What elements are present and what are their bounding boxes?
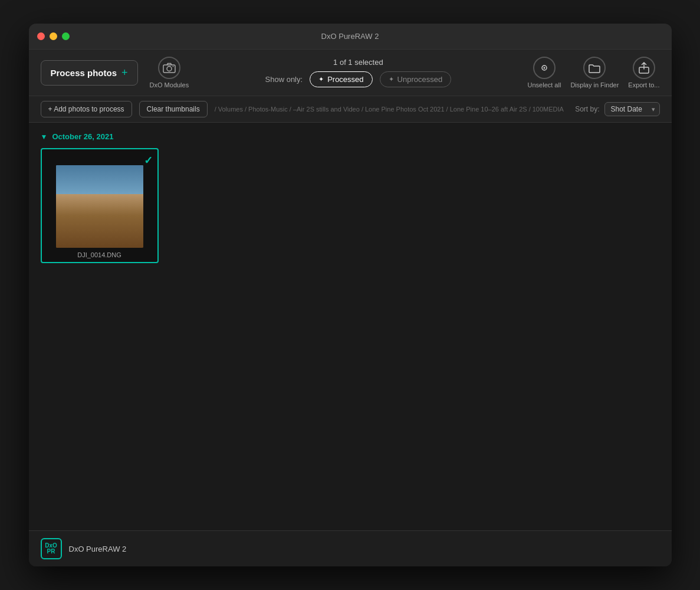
date-header[interactable]: ▼ October 26, 2021 (41, 132, 660, 141)
breadcrumb: / Volumes / Photos-Music / –Air 2S still… (215, 106, 568, 113)
processed-label: Processed (327, 75, 363, 84)
checkmark-icon: ✓ (144, 154, 153, 167)
export-icon (633, 57, 655, 79)
sort-select-wrapper[interactable]: Shot Date (604, 102, 660, 116)
photo-thumbnail (56, 165, 143, 248)
sparkle-icon: ✦ (318, 76, 324, 83)
maximize-button[interactable] (62, 32, 70, 40)
chevron-down-icon: ▼ (41, 133, 48, 141)
logo-line2: PR (47, 549, 55, 555)
sort-select[interactable]: Shot Date (604, 102, 660, 116)
sort-by-label: Sort by: (575, 105, 599, 113)
app-logo: DxO PR (41, 538, 62, 559)
statusbar: DxO PR DxO PureRAW 2 (29, 530, 672, 566)
dxo-modules-button[interactable]: DxO Modules (150, 57, 189, 88)
dxo-modules-label: DxO Modules (150, 81, 189, 88)
export-to-action[interactable]: Export to... (628, 57, 659, 88)
sort-row: Sort by: Shot Date (575, 102, 659, 116)
svg-point-2 (172, 66, 173, 67)
camera-icon (158, 57, 180, 79)
unprocessed-filter-button[interactable]: ✦ Unprocessed (380, 71, 452, 87)
unselect-all-label: Unselect all (528, 81, 561, 88)
window-title: DxO PureRAW 2 (321, 32, 379, 41)
toolbar-center: 1 of 1 selected Show only: ✦ Processed ✦… (201, 58, 515, 87)
process-photos-button[interactable]: Process photos + (41, 60, 138, 86)
content-area: ▼ October 26, 2021 ✓ DJI_0014.DNG (29, 123, 672, 530)
display-in-finder-action[interactable]: Display in Finder (570, 57, 619, 88)
close-button[interactable] (37, 32, 45, 40)
minimize-button[interactable] (50, 32, 57, 40)
secondary-toolbar: + Add photos to process Clear thumbnails… (29, 96, 672, 123)
show-only-label: Show only: (265, 75, 303, 84)
clear-thumbnails-label: Clear thumbnails (147, 105, 200, 113)
unprocessed-label: Unprocessed (397, 75, 443, 84)
sparkle-icon-2: ✦ (389, 76, 394, 83)
processed-filter-button[interactable]: ✦ Processed (310, 71, 372, 87)
date-label: October 26, 2021 (52, 132, 113, 141)
photo-card[interactable]: ✓ DJI_0014.DNG (41, 148, 159, 263)
add-photos-button[interactable]: + Add photos to process (41, 101, 132, 117)
display-finder-label: Display in Finder (570, 81, 619, 88)
clear-thumbnails-button[interactable]: Clear thumbnails (139, 101, 208, 117)
plus-icon: + (121, 67, 128, 79)
toolbar-right: Unselect all Display in Finder Expo (528, 57, 660, 88)
unselect-all-action[interactable]: Unselect all (528, 57, 561, 88)
process-label: Process photos (51, 68, 117, 78)
selected-count: 1 of 1 selected (333, 58, 383, 67)
svg-point-1 (167, 67, 172, 71)
toolbar: Process photos + DxO Modules 1 of 1 sele… (29, 50, 672, 96)
photo-filename: DJI_0014.DNG (77, 251, 121, 258)
photos-grid: ✓ DJI_0014.DNG (41, 148, 660, 263)
add-photos-label: + Add photos to process (48, 105, 124, 113)
export-to-label: Export to... (628, 81, 659, 88)
titlebar: DxO PureRAW 2 (29, 24, 672, 50)
date-group: ▼ October 26, 2021 ✓ DJI_0014.DNG (41, 132, 660, 263)
svg-point-4 (543, 67, 545, 69)
filter-row: Show only: ✦ Processed ✦ Unprocessed (265, 71, 452, 87)
app-window: DxO PureRAW 2 Process photos + DxO Modul… (29, 24, 672, 566)
app-name: DxO PureRAW 2 (69, 545, 127, 553)
traffic-lights (37, 32, 70, 40)
unselect-all-icon (533, 57, 556, 79)
folder-icon (583, 57, 606, 79)
